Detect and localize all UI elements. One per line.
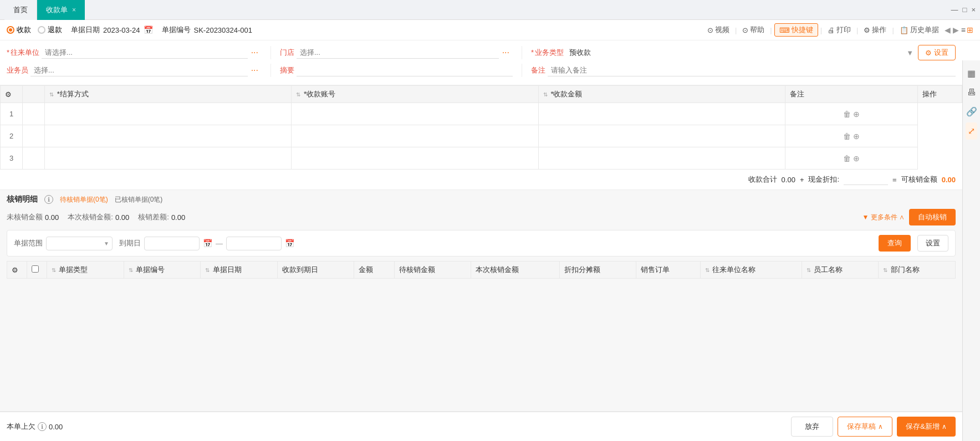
summary-value1: 0.00 [782,176,795,184]
sidebar-grid-icon[interactable]: ▦ [965,65,978,82]
date-end-cal-icon[interactable]: 📅 [285,239,294,248]
abandon-btn[interactable]: 放弃 [791,417,833,437]
bill-date-label: 单据日期 [71,25,100,35]
table-settlement-header: ⇅ *结算方式 [45,86,292,103]
video-btn[interactable]: ⊙ 视频 [704,24,733,36]
footer-right: 放弃 保存草稿 ∧ 保存&新增 ∧ [791,417,956,437]
maximize-icon[interactable]: □ [963,6,967,14]
minimize-icon[interactable]: — [951,6,958,14]
tab-close-icon[interactable]: × [72,6,76,14]
summary-field: 摘要 [280,64,513,76]
date-field: 到期日 2022-04-01 📅 — 2022-04-12 📅 [119,237,294,250]
row-1-delete-icon[interactable]: 🗑 [843,110,851,119]
table-account-header: ⇅ *收款账号 [292,86,538,103]
remarks-input[interactable] [548,64,956,76]
date-end-input[interactable]: 2022-04-12 [226,237,282,250]
col-sales-order: 销售订单 [636,261,700,279]
settings-gear-icon: ⚙ [925,49,932,57]
calendar-icon[interactable]: 📅 [144,25,153,34]
bill-no-value[interactable]: SK-20230324-001 [194,26,253,34]
row-1-copy-icon[interactable]: ⊕ [853,110,860,119]
grid-view-icon[interactable]: ⊞ [967,25,973,34]
table-gear-header[interactable]: ⚙ [1,86,23,103]
settings-btn[interactable]: ⚙ 设置 [918,45,956,60]
bill-date-value[interactable]: 2023-03-24 [103,26,140,34]
help-btn[interactable]: ⊙ 帮助 [739,24,768,36]
bottom-gear-header[interactable]: ⚙ [7,261,27,279]
store-more-btn[interactable]: ··· [499,48,513,58]
shortcut-btn[interactable]: ⌨ 快捷键 [774,23,818,37]
row-2-copy-icon[interactable]: ⊕ [853,132,860,141]
footer-info-icon[interactable]: ℹ [38,422,47,431]
row-2-delete-icon[interactable]: 🗑 [843,132,851,141]
save-btn[interactable]: 保存&新增 ∧ [897,417,956,437]
row-2-amount[interactable] [292,125,538,147]
row-3-amount[interactable] [292,147,538,170]
date-start-cal-icon[interactable]: 📅 [203,239,212,248]
print-btn[interactable]: 🖨 打印 [824,24,854,36]
sidebar-print-icon[interactable]: 🖷 [965,84,978,101]
counterpart-field: 往来单位 ··· [7,47,262,59]
radio-refund[interactable]: 退款 [38,25,62,35]
store-input[interactable] [297,47,499,59]
verify-settings-btn[interactable]: 设置 [917,235,948,252]
staff-input[interactable] [30,64,248,76]
more-filter-btn[interactable]: ▼ 更多条件 ∧ [862,213,905,222]
summary-label2: 现金折扣: [808,175,839,184]
row-3-settlement[interactable] [23,147,45,170]
receipt-type-group: 收款 退款 [7,25,62,35]
row-1-amount[interactable] [292,103,538,125]
table-num-header [23,86,45,103]
sidebar-expand-icon[interactable]: ⤢ [966,122,977,140]
radio-receipt[interactable]: 收款 [7,25,31,35]
bottom-checkbox-header[interactable] [27,261,47,279]
col-discount: 折扣分摊额 [559,261,636,279]
print-icon: 🖨 [828,26,835,34]
draft-btn[interactable]: 保存草稿 ∧ [838,417,892,437]
col-bill-no: ⇅ 单据编号 [124,261,201,279]
range-select[interactable] [46,237,113,250]
cash-discount-input[interactable] [844,174,888,185]
counterpart-input[interactable] [42,47,248,59]
table-amount-header: ⇅ *收款金额 [538,86,785,103]
history-btn[interactable]: 📋 历史单据 [896,24,942,36]
nav-next-icon[interactable]: ▶ [953,25,959,34]
counterpart-more-btn[interactable]: ··· [248,48,262,58]
verify-tab-done[interactable]: 已核销单据(0笔) [115,195,163,204]
select-all-checkbox[interactable] [32,265,39,273]
row-1-settlement[interactable] [23,103,45,125]
row-2-account[interactable] [45,125,292,147]
nav-prev-icon[interactable]: ◀ [945,25,951,34]
list-view-icon[interactable]: ≡ [961,25,966,34]
row-2-remark[interactable] [538,125,785,147]
keyboard-icon: ⌨ [779,26,790,34]
row-3-delete-icon[interactable]: 🗑 [843,154,851,163]
staff-more-btn[interactable]: ··· [248,65,262,75]
business-type-value: 预收款 [566,46,906,59]
row-2-settlement[interactable] [23,125,45,147]
operation-btn[interactable]: ⚙ 操作 [860,24,890,36]
summary-input[interactable] [297,64,513,76]
business-type-label: 业务类型 [531,48,564,58]
row-1-remark[interactable] [538,103,785,125]
auto-verify-btn[interactable]: 自动核销 [909,209,956,225]
row-3-remark[interactable] [538,147,785,170]
verify-tab-pending[interactable]: 待核销单据(0笔) [60,195,108,204]
history-icon: 📋 [900,26,908,34]
tab-receipt[interactable]: 收款单 × [37,0,85,20]
sidebar-link-icon[interactable]: 🔗 [964,103,979,120]
divider4 [522,64,522,77]
row-2-actions: 🗑 ⊕ [785,125,918,147]
verify-info-icon[interactable]: ℹ [44,195,53,204]
business-type-dropdown[interactable]: ▼ [906,49,913,57]
summary-label1: 收款合计 [748,175,777,184]
date-start-input[interactable]: 2022-04-01 [144,237,200,250]
tab-home[interactable]: 首页 [4,0,37,20]
col-current-verify: 本次核销金额 [471,261,559,279]
query-btn[interactable]: 查询 [879,235,911,252]
window-close-icon[interactable]: × [971,6,976,14]
row-3-account[interactable] [45,147,292,170]
bill-no-label: 单据编号 [162,25,191,35]
row-3-copy-icon[interactable]: ⊕ [853,154,860,163]
row-1-account[interactable] [45,103,292,125]
